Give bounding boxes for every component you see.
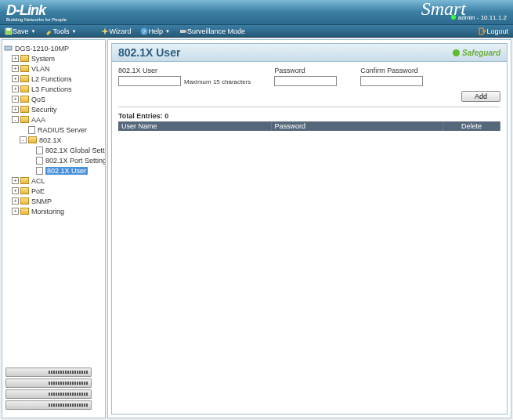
tree-item-label: ACL: [31, 177, 45, 185]
app-header: D-Link Building Networks for People Smar…: [0, 0, 513, 25]
tree-item-label: SNMP: [31, 197, 52, 205]
wizard-label: Wizard: [109, 27, 131, 35]
tree-root[interactable]: DGS-1210-10MP: [4, 43, 103, 53]
tree-item-aaa[interactable]: -AAA: [4, 114, 103, 125]
expand-icon[interactable]: +: [12, 85, 19, 92]
col-username: User Name: [118, 121, 271, 131]
svg-rect-1: [7, 28, 11, 31]
panel: 802.1X User Safeguard 802.1X User Maximu…: [111, 43, 508, 415]
chevron-down-icon: ▼: [71, 29, 76, 34]
logout-button[interactable]: Logout: [479, 27, 508, 35]
tree-item-l3-functions[interactable]: +L3 Functions: [4, 84, 103, 94]
main-layout: DGS-1210-10MP +System+VLAN+L2 Functions+…: [0, 38, 513, 420]
tree-item-vlan[interactable]: +VLAN: [4, 63, 103, 74]
folder-icon: [20, 208, 29, 215]
wizard-icon: [101, 27, 109, 35]
tree-item-l2-functions[interactable]: +L2 Functions: [4, 74, 103, 84]
tree-item-system[interactable]: +System: [4, 53, 103, 63]
form-row: 802.1X User Maximum 15 characters Passwo…: [118, 67, 500, 86]
tree-root-label: DGS-1210-10MP: [15, 45, 69, 52]
add-button[interactable]: Add: [461, 91, 500, 102]
expand-icon[interactable]: +: [12, 208, 19, 215]
tree-item-label: 802.1X: [39, 136, 62, 144]
tree-item-poe[interactable]: +PoE: [4, 186, 103, 196]
nav-tree: DGS-1210-10MP +System+VLAN+L2 Functions+…: [4, 43, 103, 216]
col-delete: Delete: [443, 121, 500, 131]
col-password: Password: [271, 121, 443, 131]
tree-item-label: L3 Functions: [31, 85, 72, 93]
tree-item-qos[interactable]: +QoS: [4, 94, 103, 104]
expand-icon[interactable]: +: [12, 55, 19, 62]
password-label: Password: [274, 67, 337, 74]
admin-info: admin - 10.11.1.2: [451, 14, 507, 21]
tree-item-radius-server[interactable]: RADIUS Server: [4, 125, 103, 135]
svg-rect-4: [180, 30, 185, 33]
expand-icon[interactable]: +: [12, 106, 19, 113]
tools-menu[interactable]: Tools▼: [40, 27, 81, 35]
tree-item-security[interactable]: +Security: [4, 104, 103, 114]
tree-item-802-1x-global-settings[interactable]: 802.1X Global Settings: [4, 145, 103, 155]
panel-title: 802.1X User: [118, 46, 180, 59]
tree-item-802-1x-port-settings[interactable]: 802.1X Port Settings: [4, 155, 103, 165]
tools-label: Tools: [52, 27, 69, 35]
panel-header: 802.1X User Safeguard: [112, 44, 507, 62]
surveillance-button[interactable]: Surveillance Mode: [175, 27, 250, 35]
save-menu[interactable]: Save▼: [0, 27, 40, 35]
expand-icon[interactable]: +: [12, 187, 19, 194]
help-icon: ?: [140, 27, 148, 35]
collapse-icon[interactable]: -: [20, 136, 27, 143]
svg-text:?: ?: [143, 29, 146, 34]
brand-text: D-Link: [6, 2, 45, 18]
total-entries: Total Entries: 0: [118, 112, 500, 120]
confirm-password-input[interactable]: [360, 76, 423, 86]
folder-icon: [20, 106, 29, 113]
folder-icon: [28, 136, 37, 143]
tree-item-label: Security: [31, 106, 57, 114]
save-label: Save: [13, 27, 29, 35]
password-input[interactable]: [274, 76, 337, 86]
tools-icon: [45, 27, 52, 35]
chevron-down-icon: ▼: [165, 29, 170, 34]
folder-icon: [20, 177, 29, 184]
folder-icon: [20, 187, 29, 194]
sidebar: DGS-1210-10MP +System+VLAN+L2 Functions+…: [2, 39, 106, 418]
confirm-password-label: Confirm Password: [360, 67, 423, 74]
collapse-icon[interactable]: -: [12, 116, 19, 123]
tree-item-monitoring[interactable]: +Monitoring: [4, 206, 103, 216]
user-label: 802.1X User: [118, 67, 181, 74]
tree-item-snmp[interactable]: +SNMP: [4, 196, 103, 206]
tree-item-label: System: [31, 55, 55, 63]
tree-item-label: QoS: [31, 96, 45, 103]
total-value: 0: [164, 112, 168, 120]
help-menu[interactable]: ? Help▼: [135, 27, 174, 35]
expand-icon[interactable]: +: [12, 177, 19, 184]
tree-item-802-1x-user[interactable]: 802.1X User: [4, 165, 103, 176]
user-note: Maximum 15 characters: [184, 78, 251, 86]
tree-item-label: 802.1X Global Settings: [45, 147, 106, 154]
page-icon: [28, 126, 35, 134]
expand-icon[interactable]: +: [12, 75, 19, 82]
expand-icon[interactable]: +: [12, 96, 19, 103]
user-input[interactable]: [118, 76, 181, 86]
wizard-button[interactable]: Wizard: [96, 27, 135, 35]
device-image: [5, 368, 92, 415]
status-dot-icon: [451, 15, 456, 20]
page-icon: [36, 147, 43, 154]
toolbar: Save▼ Tools▼ Wizard ? Help▼ Surveillance…: [0, 25, 513, 38]
tree-item-acl[interactable]: +ACL: [4, 176, 103, 186]
page-icon: [36, 157, 43, 165]
tree-item-802-1x[interactable]: -802.1X: [4, 135, 103, 145]
chevron-down-icon: ▼: [31, 29, 36, 34]
safeguard-dot-icon: [453, 49, 460, 56]
expand-icon[interactable]: +: [12, 197, 19, 205]
logout-label: Logout: [486, 27, 508, 35]
user-table: User Name Password Delete: [118, 121, 500, 131]
folder-icon: [20, 197, 29, 205]
tree-item-label: PoE: [31, 187, 45, 195]
admin-label: admin - 10.11.1.2: [458, 14, 507, 21]
surveillance-label: Surveillance Mode: [187, 27, 245, 35]
expand-icon[interactable]: +: [12, 65, 19, 72]
brand-tagline: Building Networks for People: [6, 17, 67, 22]
folder-icon: [20, 65, 29, 72]
device-icon: [4, 44, 13, 52]
